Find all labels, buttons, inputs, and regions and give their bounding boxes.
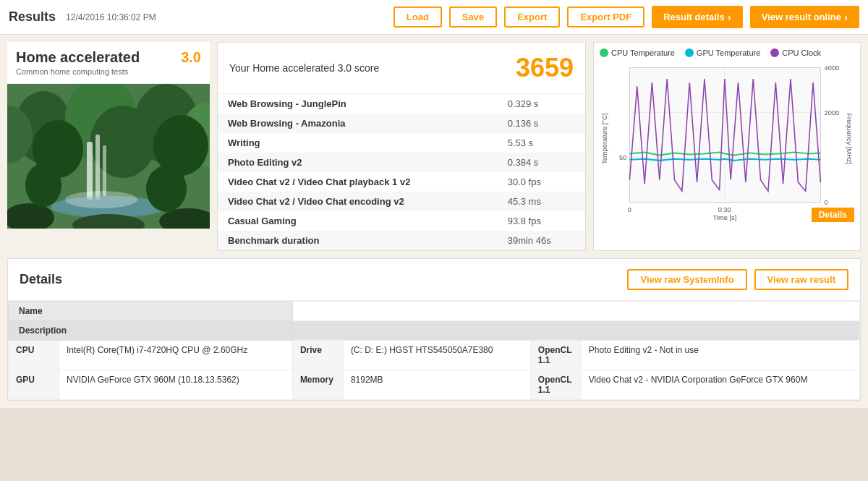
chevron-right-icon: › (728, 11, 731, 23)
legend-label: CPU Temperature (611, 48, 675, 57)
opencl1-value: Photo Editing v2 - Not in use (581, 341, 859, 370)
load-button[interactable]: Load (393, 7, 442, 27)
export-button[interactable]: Export (504, 7, 560, 27)
legend-color (600, 48, 608, 57)
chart-legend: CPU TemperatureGPU TemperatureCPU Clock (600, 48, 854, 57)
svg-text:Temperature [°C]: Temperature [°C] (601, 114, 608, 164)
gpu-label: GPU (9, 370, 59, 400)
legend-item: CPU Temperature (600, 48, 675, 57)
description-header: Description (9, 321, 293, 341)
bench-header: Home accelerated Common home computing t… (7, 42, 210, 84)
svg-rect-10 (95, 135, 100, 200)
result-row: Web Browsing - Amazonia0.136 s (218, 114, 585, 133)
legend-color (770, 48, 779, 57)
bench-version: 3.0 (181, 49, 201, 66)
result-row: Video Chat v2 / Video Chat playback 1 v2… (218, 172, 585, 192)
memory-label: Memory (292, 370, 343, 400)
svg-text:0:30: 0:30 (718, 206, 731, 213)
result-details-button[interactable]: Result details › (652, 6, 743, 28)
details-section: Details View raw SystemInfo View raw res… (7, 258, 861, 401)
svg-rect-11 (103, 145, 106, 196)
results-date: 12/4/2016 10:36:02 PM (66, 12, 386, 22)
results-title: Results (9, 9, 56, 25)
bench-image (7, 84, 210, 229)
info-table: Name Description CPU Intel(R) Core(TM) i… (8, 301, 860, 400)
result-row: Video Chat v2 / Video Chat encoding v245… (218, 192, 585, 211)
view-result-button[interactable]: View raw result (754, 269, 848, 290)
svg-rect-9 (87, 142, 93, 200)
chart-details-button[interactable]: Details (812, 208, 854, 222)
memory-value: 8192MB (343, 370, 530, 400)
details-title: Details (20, 272, 62, 287)
legend-color (685, 48, 694, 57)
svg-point-13 (65, 191, 137, 208)
system-info-row: CPU Intel(R) Core(TM) i7-4720HQ CPU @ 2.… (9, 341, 860, 370)
svg-text:2000: 2000 (825, 109, 840, 116)
save-button[interactable]: Save (449, 7, 497, 27)
results-table: Web Browsing - JunglePin0.329 sWeb Brows… (218, 94, 585, 250)
svg-point-17 (25, 163, 61, 207)
left-panel: Home accelerated Common home computing t… (7, 42, 210, 251)
chart-container: Temperature [°C] Frequency [MHz] 50 (600, 63, 854, 222)
opencl2-value: Video Chat v2 - NVIDIA Corporation GeFor… (581, 370, 859, 400)
legend-label: CPU Clock (782, 48, 821, 57)
svg-text:4000: 4000 (825, 64, 840, 72)
svg-point-18 (146, 166, 187, 212)
legend-item: GPU Temperature (685, 48, 760, 57)
bench-name: Home accelerated (16, 49, 140, 66)
chart-panel: CPU TemperatureGPU TemperatureCPU Clock … (593, 42, 861, 251)
chevron-right-icon: › (844, 11, 848, 23)
result-row: Web Browsing - JunglePin0.329 s (218, 94, 585, 114)
export-pdf-button[interactable]: Export PDF (567, 7, 644, 27)
opencl1-label: OpenCL 1.1 (530, 341, 581, 370)
svg-text:0: 0 (628, 206, 631, 213)
result-row: Casual Gaming93.8 fps (218, 211, 585, 231)
mid-panel: Your Home accelerated 3.0 score 3659 Web… (217, 42, 586, 251)
result-row: Photo Editing v20.384 s (218, 153, 585, 172)
view-sysinfo-button[interactable]: View raw SystemInfo (627, 269, 746, 290)
svg-point-7 (90, 106, 156, 178)
view-online-button[interactable]: View result online › (750, 6, 859, 28)
result-row: Writing5.53 s (218, 133, 585, 153)
result-row: Benchmark duration39min 46s (218, 231, 585, 250)
score-value: 3659 (516, 53, 574, 83)
opencl2-label: OpenCL 1.1 (530, 370, 581, 400)
drive-label: Drive (292, 341, 343, 370)
svg-text:Time [s]: Time [s] (713, 214, 737, 221)
bench-subtitle: Common home computing tests (16, 67, 140, 76)
top-bar: Results 12/4/2016 10:36:02 PM Load Save … (0, 0, 868, 35)
bench-section: Home accelerated Common home computing t… (7, 42, 861, 251)
chart-svg: Temperature [°C] Frequency [MHz] 50 (600, 63, 854, 222)
svg-text:0: 0 (825, 199, 828, 206)
legend-label: GPU Temperature (697, 48, 760, 57)
legend-item: CPU Clock (770, 48, 821, 57)
cpu-value: Intel(R) Core(TM) i7-4720HQ CPU @ 2.60GH… (59, 341, 293, 370)
system-info-row2: GPU NVIDIA GeForce GTX 960M (10.18.13.53… (9, 370, 860, 400)
score-row: Your Home accelerated 3.0 score 3659 (218, 43, 585, 94)
main-area: Home accelerated Common home computing t… (0, 35, 868, 408)
drive-value: (C: D: E:) HGST HTS545050A7E380 (343, 341, 530, 370)
svg-text:Frequency [MHz]: Frequency [MHz] (846, 113, 853, 164)
gpu-value: NVIDIA GeForce GTX 960M (10.18.13.5362) (59, 370, 293, 400)
details-header: Details View raw SystemInfo View raw res… (8, 259, 860, 301)
details-buttons: View raw SystemInfo View raw result (627, 269, 848, 290)
cpu-label: CPU (9, 341, 59, 370)
score-label: Your Home accelerated 3.0 score (229, 62, 379, 74)
svg-text:50: 50 (619, 154, 626, 161)
name-header: Name (9, 302, 293, 321)
